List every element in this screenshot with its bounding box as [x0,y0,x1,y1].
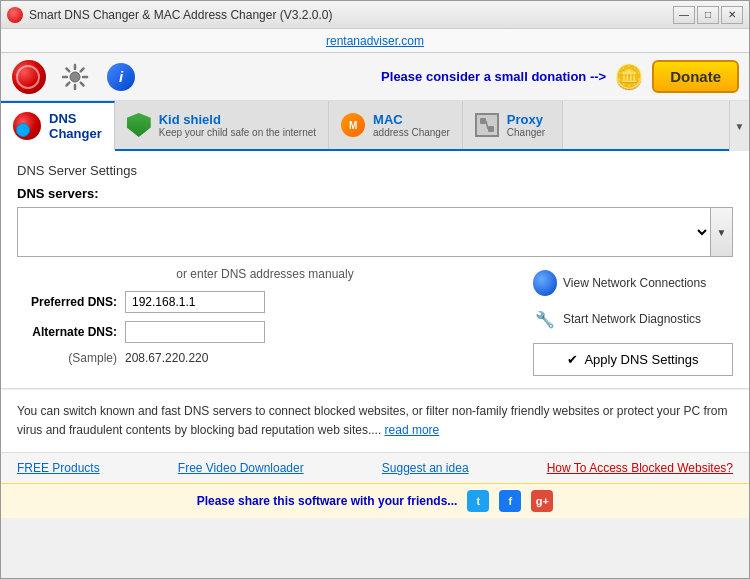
kidshield-tab-text: Kid shield Keep your child safe on the i… [159,112,316,138]
svg-line-6 [81,82,84,85]
settings-button[interactable] [57,59,93,95]
title-bar-text: Smart DNS Changer & MAC Address Changer … [29,8,332,22]
footer-suggest-idea[interactable]: Suggest an idea [382,461,469,475]
dns-servers-label: DNS servers: [17,186,733,201]
info-section: You can switch known and fast DNS server… [1,389,749,452]
mac-tab-icon: M [341,113,365,137]
svg-line-11 [486,121,488,129]
donation-text: Please consider a small donation --> [381,69,606,84]
url-bar: rentanadviser.com [1,29,749,53]
main-content: DNS Server Settings DNS servers: ▼ or en… [1,151,749,389]
close-button[interactable]: ✕ [721,6,743,24]
shield-tab-icon [127,113,151,137]
dns-select[interactable] [18,208,710,256]
mac-tab-title1: MAC [373,112,450,127]
svg-line-7 [81,68,84,71]
sample-row: (Sample) 208.67.220.220 [17,351,513,365]
proxy-tab-icon [475,113,499,137]
toolbar: i Please consider a small donation --> 🪙… [1,53,749,101]
preferred-dns-input[interactable] [125,291,265,313]
alternate-dns-input[interactable] [125,321,265,343]
dns-tab-title2: Changer [49,126,102,141]
footer-video-downloader[interactable]: Free Video Downloader [178,461,304,475]
globe-icon-button[interactable] [11,59,47,95]
apply-dns-button[interactable]: ✔ Apply DNS Settings [533,343,733,376]
title-bar-left: Smart DNS Changer & MAC Address Changer … [7,7,332,23]
info-text: You can switch known and fast DNS server… [17,404,728,437]
start-diagnostics-text: Start Network Diagnostics [563,312,701,326]
title-bar: Smart DNS Changer & MAC Address Changer … [1,1,749,29]
manual-area: or enter DNS addresses manualy Preferred… [17,267,733,376]
proxy-tab-subtitle: Changer [507,127,545,138]
footer-free-products[interactable]: FREE Products [17,461,100,475]
google-button[interactable]: g+ [531,490,553,512]
svg-line-8 [67,82,70,85]
svg-rect-10 [488,126,494,132]
apply-checkmark-icon: ✔ [567,352,578,367]
tab-mac[interactable]: M MAC address Changer [329,101,463,149]
dns-select-arrow-icon[interactable]: ▼ [710,208,732,256]
sample-value: 208.67.220.220 [125,351,208,365]
svg-line-5 [67,68,70,71]
mac-tab-subtitle: address Changer [373,127,450,138]
view-network-link[interactable]: View Network Connections [533,271,706,295]
section-title: DNS Server Settings [17,163,733,178]
tab-proxy[interactable]: Proxy Changer [463,101,563,149]
dns-tab-icon [13,112,41,140]
minimize-button[interactable]: — [673,6,695,24]
facebook-button[interactable]: f [499,490,521,512]
url-link[interactable]: rentanadviser.com [326,34,424,48]
maximize-button[interactable]: □ [697,6,719,24]
gear-icon [58,60,92,94]
dns-tab-text: DNS Changer [49,111,102,141]
tab-kidshield[interactable]: Kid shield Keep your child safe on the i… [115,101,329,149]
title-bar-controls: — □ ✕ [673,6,743,24]
proxy-tab-title: Proxy [507,112,545,127]
tab-dns[interactable]: DNS Changer [1,101,115,151]
preferred-dns-label: Preferred DNS: [17,295,117,309]
proxy-tab-text: Proxy Changer [507,112,545,138]
alternate-dns-label: Alternate DNS: [17,325,117,339]
wrench-icon: 🔧 [533,307,557,331]
preferred-dns-row: Preferred DNS: [17,291,513,313]
app-icon [7,7,23,23]
tab-scroll-arrow[interactable]: ▼ [729,101,749,151]
mac-tab-text: MAC address Changer [373,112,450,138]
share-text: Please share this software with your fri… [197,494,458,508]
footer-blocked-websites[interactable]: How To Access Blocked Websites? [547,461,733,475]
info-button[interactable]: i [103,59,139,95]
svg-point-0 [70,72,80,82]
coin-icon: 🪙 [614,63,644,91]
manual-left: or enter DNS addresses manualy Preferred… [17,267,513,376]
manual-hint: or enter DNS addresses manualy [17,267,513,281]
donate-button[interactable]: Donate [652,60,739,93]
alternate-dns-row: Alternate DNS: [17,321,513,343]
kidshield-tab-title: Kid shield [159,112,316,127]
dns-tab-title1: DNS [49,111,102,126]
start-diagnostics-link[interactable]: 🔧 Start Network Diagnostics [533,307,701,331]
sample-label: (Sample) [47,351,117,365]
manual-right: View Network Connections 🔧 Start Network… [533,267,733,376]
network-icon [533,271,557,295]
svg-rect-9 [480,118,486,124]
read-more-link[interactable]: read more [385,423,440,437]
apply-dns-label: Apply DNS Settings [584,352,698,367]
donation-area: Please consider a small donation --> 🪙 D… [381,60,739,93]
tabs-container: DNS Changer Kid shield Keep your child s… [1,101,749,151]
kidshield-tab-subtitle: Keep your child safe on the internet [159,127,316,138]
info-icon: i [107,63,135,91]
footer-links: FREE Products Free Video Downloader Sugg… [1,452,749,483]
twitter-button[interactable]: t [467,490,489,512]
share-bar: Please share this software with your fri… [1,483,749,518]
dns-select-wrap[interactable]: ▼ [17,207,733,257]
globe-icon [12,60,46,94]
view-network-text: View Network Connections [563,276,706,290]
